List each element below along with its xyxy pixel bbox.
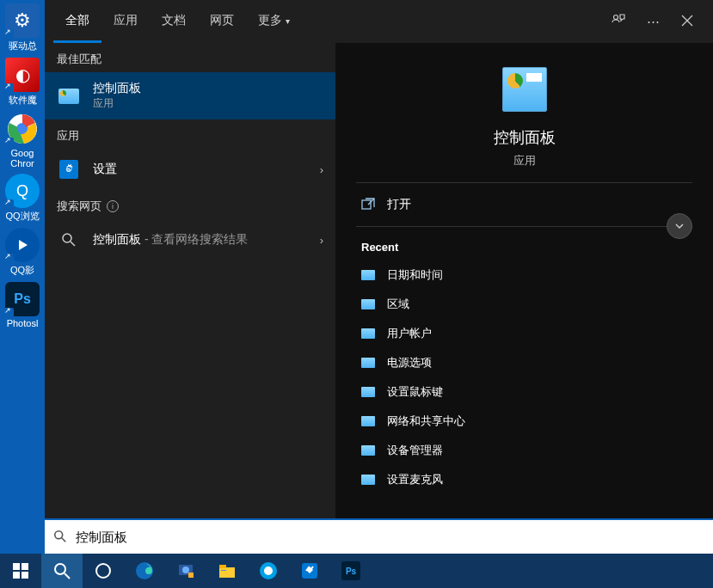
svg-rect-12: [22, 563, 28, 570]
recent-item[interactable]: 电源选项: [356, 348, 692, 377]
recent-item-label: 日期和时间: [387, 267, 443, 283]
search-icon: [53, 530, 71, 546]
preview-title: 控制面板: [494, 127, 556, 148]
taskbar-app[interactable]: [289, 554, 330, 588]
svg-rect-8: [362, 200, 371, 209]
svg-line-10: [62, 537, 65, 541]
result-title: 设置: [93, 162, 308, 177]
desktop-icon-label: Goog Chror: [0, 148, 45, 168]
recent-item[interactable]: 设置麦克风: [356, 465, 692, 494]
search-icon: [57, 228, 81, 252]
svg-rect-23: [219, 565, 226, 568]
svg-point-20: [182, 567, 189, 573]
control-panel-icon: [361, 445, 375, 456]
tab-all[interactable]: 全部: [53, 0, 101, 43]
recent-item-label: 用户帐户: [387, 326, 432, 341]
taskbar-app-edge[interactable]: [124, 554, 165, 588]
desktop-icon-label: QQ浏览: [0, 210, 45, 223]
desktop-icon[interactable]: Goog Chror: [0, 112, 45, 168]
desktop-icon[interactable]: QQ影: [0, 228, 45, 277]
best-match-header: 最佳匹配: [45, 43, 335, 72]
desktop-icon[interactable]: Ps Photosl: [0, 282, 45, 328]
recent-item-label: 设置麦克风: [387, 472, 443, 487]
result-title: 控制面板: [93, 81, 323, 96]
svg-line-7: [71, 242, 75, 246]
search-panel: 全部 应用 文档 网页 更多 ▾ ⋯ 最佳匹配 控制面板 应用 应用 设置 ›: [45, 0, 713, 518]
chevron-right-icon: ›: [320, 163, 323, 176]
result-item-settings[interactable]: 设置 ›: [45, 149, 335, 190]
start-button[interactable]: [0, 554, 41, 588]
svg-point-17: [96, 564, 110, 578]
cortana-button[interactable]: [83, 554, 124, 588]
result-subtitle: 应用: [93, 96, 323, 111]
result-item-web[interactable]: 控制面板 - 查看网络搜索结果 ›: [45, 219, 335, 260]
open-label: 打开: [387, 197, 411, 212]
taskbar-app-qq[interactable]: [248, 554, 289, 588]
recent-item[interactable]: 区域: [356, 290, 692, 319]
desktop-icon[interactable]: ⚙ 驱动总: [0, 3, 45, 52]
recent-list: 日期和时间 区域 用户帐户 电源选项 设置鼠标键 网络和共享中心 设备管理器 设…: [356, 260, 692, 494]
search-input[interactable]: [71, 525, 704, 550]
svg-marker-2: [19, 240, 28, 250]
result-title: 控制面板: [93, 232, 141, 246]
recent-header: Recent: [356, 227, 692, 260]
svg-point-9: [55, 530, 63, 538]
results-list: 最佳匹配 控制面板 应用 应用 设置 › 搜索网页 i 控制面板 - 查看网: [45, 43, 335, 518]
recent-item-label: 设备管理器: [387, 443, 443, 458]
open-action[interactable]: 打开: [356, 183, 692, 226]
tab-web[interactable]: 网页: [198, 0, 246, 43]
control-panel-icon: [361, 416, 375, 426]
feedback-icon[interactable]: [601, 13, 636, 31]
control-panel-icon: [361, 270, 375, 280]
recent-item[interactable]: 设备管理器: [356, 436, 692, 465]
control-panel-icon: [502, 67, 547, 112]
preview-pane: 控制面板 应用 打开 Recent 日期和时间 区域 用户帐户 电源选项 设置鼠…: [335, 43, 713, 518]
desktop: ⚙ 驱动总 ◐ 软件魔 Goog Chror Q QQ浏览 QQ影 Ps Pho…: [0, 0, 45, 554]
taskbar: Ps: [0, 554, 713, 588]
recent-item-label: 设置鼠标键: [387, 384, 443, 400]
control-panel-icon: [361, 328, 375, 339]
control-panel-icon: [361, 299, 375, 309]
svg-rect-14: [22, 572, 28, 579]
control-panel-icon: [57, 84, 81, 108]
desktop-icon-label: 软件魔: [0, 94, 45, 107]
open-icon: [361, 198, 375, 211]
recent-item[interactable]: 日期和时间: [356, 260, 692, 290]
svg-point-26: [264, 567, 273, 575]
best-match-item[interactable]: 控制面板 应用: [45, 72, 335, 119]
info-icon[interactable]: i: [107, 200, 119, 212]
tab-more[interactable]: 更多 ▾: [246, 0, 302, 43]
svg-point-15: [55, 564, 65, 574]
control-panel-icon: [361, 475, 375, 485]
svg-rect-22: [219, 567, 235, 578]
tab-apps[interactable]: 应用: [101, 0, 150, 43]
taskbar-search-button[interactable]: [41, 554, 83, 588]
svg-rect-24: [221, 570, 226, 571]
control-panel-icon: [361, 387, 375, 397]
recent-item[interactable]: 用户帐户: [356, 319, 692, 348]
taskbar-app[interactable]: [165, 554, 206, 588]
svg-line-16: [65, 573, 70, 579]
more-options-icon[interactable]: ⋯: [636, 14, 670, 29]
svg-rect-13: [13, 572, 20, 579]
recent-item[interactable]: 设置鼠标键: [356, 377, 692, 407]
recent-item[interactable]: 网络和共享中心: [356, 407, 692, 436]
desktop-icon-label: Photosl: [0, 318, 45, 328]
desktop-icon-label: 驱动总: [0, 40, 45, 52]
web-header: 搜索网页 i: [45, 190, 335, 219]
chevron-right-icon: ›: [320, 234, 323, 247]
taskbar-app-photoshop[interactable]: Ps: [330, 554, 372, 588]
taskbar-app-explorer[interactable]: [206, 554, 248, 588]
search-bar: [45, 520, 713, 554]
control-panel-icon: [361, 358, 375, 368]
expand-button[interactable]: [667, 213, 692, 239]
desktop-icon[interactable]: Q QQ浏览: [0, 174, 45, 223]
recent-item-label: 区域: [387, 297, 409, 312]
desktop-icon[interactable]: ◐ 软件魔: [0, 58, 45, 107]
close-icon[interactable]: [670, 15, 704, 29]
svg-point-6: [63, 234, 71, 242]
gear-icon: [57, 157, 81, 181]
chevron-down-icon: ▾: [286, 16, 290, 26]
tab-docs[interactable]: 文档: [150, 0, 198, 43]
desktop-icon-label: QQ影: [0, 264, 45, 277]
